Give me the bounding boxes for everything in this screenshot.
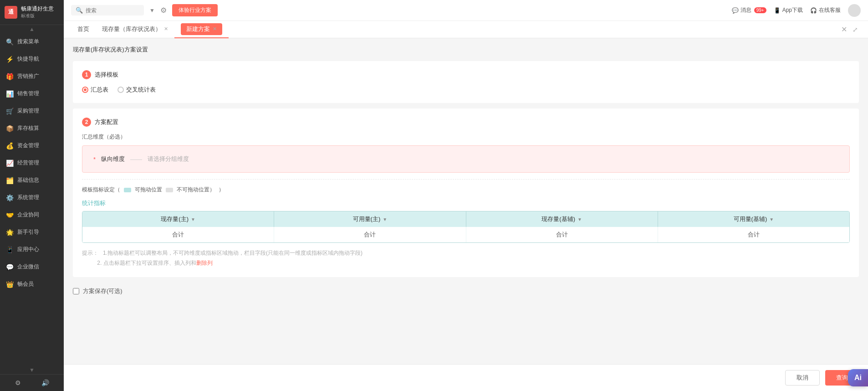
- sidebar-item-sales[interactable]: 📊 销售管理: [0, 85, 64, 103]
- window-close-icon[interactable]: ✕: [838, 25, 850, 34]
- stats-col-4[interactable]: 可用量(基辅) ▼: [658, 211, 849, 227]
- settings-icon[interactable]: ⚙: [15, 379, 21, 386]
- stats-col-2[interactable]: 可用量(主) ▼: [274, 211, 466, 227]
- sidebar-item-search[interactable]: 🔍 搜索菜单: [0, 33, 64, 51]
- sidebar-item-base-info[interactable]: 🗂️ 基础信息: [0, 172, 64, 189]
- sidebar-item-purchase[interactable]: 🛒 采购管理: [0, 103, 64, 120]
- sidebar-item-quick-nav[interactable]: ⚡ 快捷导航: [0, 51, 64, 68]
- stats-col-2-label: 可用量(主): [353, 215, 381, 223]
- sidebar-scroll-down[interactable]: ▼: [0, 366, 64, 374]
- dim-required-mark: *: [93, 156, 96, 163]
- stats-col-1[interactable]: 现存量(主) ▼: [82, 211, 274, 227]
- sidebar: 通 畅康通好生意 标准版 ▲ 🔍 搜索菜单 ⚡ 快捷导航 🎁 营销推广 📊 销售…: [0, 0, 64, 391]
- radio-crosstab[interactable]: 交叉统计表: [117, 86, 156, 94]
- new-guide-icon: 🌟: [5, 228, 14, 237]
- page-title: 现存量(库存状况表)方案设置: [73, 46, 859, 54]
- save-label[interactable]: 方案保存(可选): [83, 287, 123, 295]
- wechat-icon: 💬: [5, 263, 14, 271]
- online-support-btn[interactable]: 🎧 在线客服: [810, 6, 841, 14]
- stats-col-3-chevron[interactable]: ▼: [577, 217, 582, 222]
- business-icon: 📈: [5, 159, 14, 167]
- topbar-settings-icon[interactable]: ⚙: [160, 6, 167, 15]
- sidebar-item-new-guide[interactable]: 🌟 新手引导: [0, 224, 64, 241]
- stats-body-1: 合计: [82, 227, 274, 242]
- tab-new-scheme-close[interactable]: ✕: [213, 26, 217, 32]
- sidebar-item-member[interactable]: 👑 畅会员: [0, 276, 64, 293]
- tab-home[interactable]: 首页: [71, 21, 96, 38]
- finance-icon: 💰: [5, 142, 14, 150]
- sales-label: 销售管理: [17, 90, 39, 98]
- radio-summary-dot: [84, 88, 87, 91]
- tip-2: 2. 点击标题栏下拉可设置排序、插入列和删除列: [82, 258, 850, 268]
- new-guide-label: 新手引导: [17, 228, 39, 236]
- app-download-btn[interactable]: 📱 App下载: [774, 6, 803, 14]
- ai-fab[interactable]: Ai: [848, 369, 868, 386]
- sidebar-item-app-center[interactable]: 📱 应用中心: [0, 241, 64, 258]
- system-icon: ⚙️: [5, 194, 14, 202]
- dim-area[interactable]: * 纵向维度 —— 请选择分组维度: [82, 145, 850, 173]
- trial-btn[interactable]: 体验行业方案: [172, 4, 218, 16]
- logo-text: 畅康通好生意 标准版: [21, 5, 54, 19]
- sales-icon: 📊: [5, 90, 14, 98]
- sidebar-item-finance[interactable]: 💰 资金管理: [0, 137, 64, 154]
- dim-placeholder: 请选择分组维度: [148, 155, 189, 163]
- business-label: 经营管理: [17, 159, 39, 167]
- wechat-label: 企业微信: [17, 263, 39, 271]
- speaker-icon[interactable]: 🔊: [41, 379, 49, 386]
- messages-icon: 💬: [732, 7, 739, 14]
- tips-area: 提示： 1.拖动标题栏可以调整布局，不可跨维度或指标区域拖动，栏目字段(只能在同…: [82, 248, 850, 268]
- stats-col-2-chevron[interactable]: ▼: [383, 217, 387, 222]
- section1-header: 1 选择模板: [82, 70, 850, 79]
- inventory-icon: 📦: [5, 124, 14, 133]
- tab-inventory-close[interactable]: ✕: [164, 26, 168, 32]
- tab-new-scheme[interactable]: 新建方案 ✕: [174, 21, 229, 38]
- tab-inventory-status[interactable]: 现存量（库存状况表） ✕: [96, 21, 174, 38]
- messages-badge: 99+: [754, 7, 766, 13]
- sidebar-item-marketing[interactable]: 🎁 营销推广: [0, 68, 64, 85]
- member-label: 畅会员: [17, 280, 34, 288]
- sidebar-nav: 🔍 搜索菜单 ⚡ 快捷导航 🎁 营销推广 📊 销售管理 🛒 采购管理 📦 库存核…: [0, 33, 64, 366]
- search-input[interactable]: [86, 7, 131, 14]
- user-avatar[interactable]: [848, 4, 861, 17]
- base-info-label: 基础信息: [17, 176, 39, 184]
- radio-summary[interactable]: 汇总表: [82, 86, 108, 94]
- search-icon: 🔍: [76, 7, 83, 14]
- sidebar-item-inventory[interactable]: 📦 库存核算: [0, 120, 64, 137]
- sidebar-item-wechat[interactable]: 💬 企业微信: [0, 258, 64, 276]
- stats-body-3: 合计: [466, 227, 658, 242]
- messages-btn[interactable]: 💬 消息 99+: [732, 6, 766, 14]
- tab-new-scheme-label: 新建方案 ✕: [181, 23, 222, 35]
- stats-body-4: 合计: [658, 227, 849, 242]
- sidebar-scroll-up[interactable]: ▲: [0, 25, 64, 33]
- stats-col-4-label: 可用量(基辅): [734, 215, 767, 223]
- section1-title: 选择模板: [95, 71, 118, 79]
- cancel-button[interactable]: 取消: [785, 370, 820, 386]
- section1-panel: 1 选择模板 汇总表 交叉统计表: [73, 61, 859, 103]
- indicator-settings-label: 模板指标设定（: [82, 186, 120, 194]
- stats-col-1-label: 现存量(主): [161, 215, 189, 223]
- dim-dash: ——: [130, 156, 142, 163]
- tab-home-label: 首页: [77, 25, 89, 33]
- cooperation-label: 企业协同: [17, 211, 39, 219]
- dropdown-icon[interactable]: ▼: [149, 7, 155, 14]
- base-info-icon: 🗂️: [5, 176, 14, 185]
- radio-crosstab-label: 交叉统计表: [126, 86, 156, 94]
- sidebar-item-cooperation[interactable]: 🤝 企业协同: [0, 206, 64, 224]
- tab-inventory-label: 现存量（库存状况表）: [102, 25, 161, 33]
- stats-col-1-chevron[interactable]: ▼: [191, 217, 195, 222]
- finance-label: 资金管理: [17, 142, 39, 149]
- stats-table: 现存量(主) ▼ 可用量(主) ▼ 现存量(基辅) ▼ 可用量(基辅) ▼: [82, 211, 850, 243]
- member-icon: 👑: [5, 280, 14, 288]
- stats-col-3[interactable]: 现存量(基辅) ▼: [466, 211, 658, 227]
- purchase-icon: 🛒: [5, 107, 14, 115]
- sidebar-item-system[interactable]: ⚙️ 系统管理: [0, 189, 64, 206]
- radio-summary-label: 汇总表: [91, 86, 108, 94]
- save-checkbox[interactable]: [73, 288, 79, 294]
- save-row: 方案保存(可选): [73, 283, 859, 300]
- stats-table-body: 合计 合计 合计 合计: [82, 227, 849, 242]
- search-box[interactable]: 🔍: [71, 5, 144, 15]
- main-area: 🔍 ▼ ⚙ 体验行业方案 💬 消息 99+ 📱 App下载 🎧 在线客服: [64, 0, 868, 391]
- sidebar-item-business[interactable]: 📈 经营管理: [0, 154, 64, 172]
- window-expand-icon[interactable]: ⤢: [850, 26, 861, 33]
- stats-col-4-chevron[interactable]: ▼: [769, 217, 774, 222]
